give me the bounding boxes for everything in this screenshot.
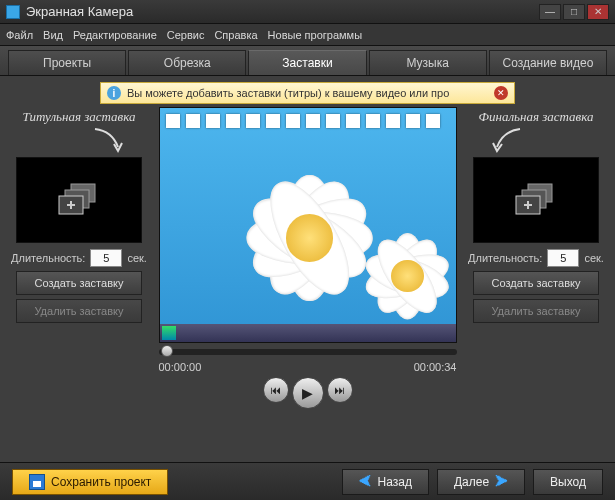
create-title-intro-button[interactable]: Создать заставку — [16, 271, 142, 295]
menu-view[interactable]: Вид — [43, 29, 63, 41]
duration-unit: сек. — [127, 252, 147, 264]
menu-help[interactable]: Справка — [214, 29, 257, 41]
save-project-button[interactable]: Сохранить проект — [12, 469, 168, 495]
maximize-button[interactable]: □ — [563, 4, 585, 20]
add-frames-icon — [57, 182, 101, 218]
menu-new-programs[interactable]: Новые программы — [268, 29, 362, 41]
title-intro-panel: Титульная заставка Длительность: — [10, 107, 148, 409]
info-icon: i — [107, 86, 121, 100]
menu-file[interactable]: Файл — [6, 29, 33, 41]
delete-final-outro-button[interactable]: Удалить заставку — [473, 299, 599, 323]
final-outro-thumbnail[interactable] — [473, 157, 599, 243]
menu-bar: Файл Вид Редактирование Сервис Справка Н… — [0, 24, 615, 46]
tab-create-video[interactable]: Создание видео — [489, 50, 607, 75]
duration-label: Длительность: — [11, 252, 85, 264]
exit-label: Выход — [550, 475, 586, 489]
add-frames-icon — [514, 182, 558, 218]
title-bar: Экранная Камера — □ ✕ — [0, 0, 615, 24]
back-button[interactable]: ⮜ Назад — [342, 469, 429, 495]
close-button[interactable]: ✕ — [587, 4, 609, 20]
next-label: Далее — [454, 475, 489, 489]
title-intro-label: Титульная заставка — [10, 109, 148, 125]
back-label: Назад — [378, 475, 412, 489]
final-duration-row: Длительность: 5 сек. — [467, 249, 605, 267]
prev-button[interactable]: ⏮ — [263, 377, 289, 403]
title-duration-input[interactable]: 5 — [90, 249, 122, 267]
time-current: 00:00:00 — [159, 361, 202, 373]
minimize-button[interactable]: — — [539, 4, 561, 20]
footer-bar: Сохранить проект ⮜ Назад Далее ⮞ Выход — [0, 462, 615, 500]
next-button[interactable]: Далее ⮞ — [437, 469, 525, 495]
tab-music[interactable]: Музыка — [369, 50, 487, 75]
save-label: Сохранить проект — [51, 475, 151, 489]
seek-slider[interactable] — [159, 349, 457, 355]
info-close-button[interactable]: ✕ — [494, 86, 508, 100]
tab-projects[interactable]: Проекты — [8, 50, 126, 75]
duration-label: Длительность: — [468, 252, 542, 264]
info-bar: i Вы можете добавить заставки (титры) к … — [100, 82, 515, 104]
title-intro-thumbnail[interactable] — [16, 157, 142, 243]
arrow-left-icon: ⮜ — [359, 474, 372, 489]
tab-intros[interactable]: Заставки — [248, 50, 366, 75]
preview-panel: 00:00:00 00:00:34 ⏮ ▶ ⏭ — [154, 107, 461, 409]
arrow-down-icon — [485, 127, 525, 155]
play-button[interactable]: ▶ — [292, 377, 324, 409]
exit-button[interactable]: Выход — [533, 469, 603, 495]
video-preview[interactable] — [159, 107, 457, 343]
app-logo-icon — [6, 5, 20, 19]
save-icon — [29, 474, 45, 490]
arrow-down-icon — [90, 127, 130, 155]
next-button[interactable]: ⏭ — [327, 377, 353, 403]
final-outro-panel: Финальная заставка Длительность: — [467, 107, 605, 409]
final-outro-label: Финальная заставка — [467, 109, 605, 125]
window-title: Экранная Камера — [26, 4, 537, 19]
menu-service[interactable]: Сервис — [167, 29, 205, 41]
menu-edit[interactable]: Редактирование — [73, 29, 157, 41]
tab-bar: Проекты Обрезка Заставки Музыка Создание… — [0, 46, 615, 76]
arrow-right-icon: ⮞ — [495, 474, 508, 489]
create-final-outro-button[interactable]: Создать заставку — [473, 271, 599, 295]
duration-unit: сек. — [584, 252, 604, 264]
time-total: 00:00:34 — [414, 361, 457, 373]
title-duration-row: Длительность: 5 сек. — [10, 249, 148, 267]
player-controls: ⏮ ▶ ⏭ — [159, 377, 457, 409]
tab-trim[interactable]: Обрезка — [128, 50, 246, 75]
seek-knob[interactable] — [161, 345, 173, 357]
delete-title-intro-button[interactable]: Удалить заставку — [16, 299, 142, 323]
info-text: Вы можете добавить заставки (титры) к ва… — [127, 87, 494, 99]
time-row: 00:00:00 00:00:34 — [159, 361, 457, 373]
final-duration-input[interactable]: 5 — [547, 249, 579, 267]
workspace: i Вы можете добавить заставки (титры) к … — [0, 76, 615, 462]
